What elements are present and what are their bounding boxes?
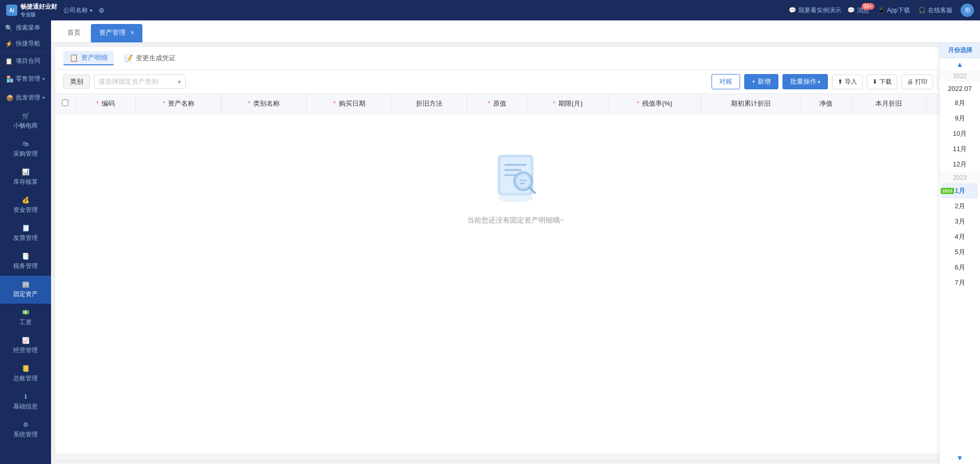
month-item-12[interactable]: 12月 <box>940 157 980 172</box>
sidebar-item-salary[interactable]: 💵 工资 <box>0 304 51 332</box>
col-net-value: 净值 <box>801 94 851 114</box>
col-depreciation-method: 折旧方法 <box>392 94 467 114</box>
svg-rect-3 <box>504 164 527 166</box>
print-button[interactable]: 🖨 打印 <box>901 75 933 89</box>
add-button[interactable]: + 新增 <box>744 74 778 89</box>
col-period-months: * 期限(月) <box>527 94 608 114</box>
sidebar-quick-nav[interactable]: ⚡ 快捷导航 <box>0 35 51 52</box>
tab-home[interactable]: 首页 <box>59 24 89 42</box>
svg-rect-9 <box>520 180 527 181</box>
sidebar-item-system[interactable]: ⚙ 系统管理 <box>0 416 51 444</box>
app-download-button[interactable]: 📱 App下载 <box>877 6 910 15</box>
sidebar-item-inventory[interactable]: 📊 库存核算 <box>0 163 51 191</box>
bottom-scrollbar[interactable] <box>55 454 976 460</box>
sidebar-item-finance[interactable]: 💰 资金管理 <box>0 191 51 219</box>
col-accumulated-depreciation: 期初累计折旧 <box>701 94 801 114</box>
sidebar-item-ecommerce[interactable]: 🛒 小畅电商 <box>0 107 51 135</box>
online-service-button[interactable]: 🎧 在线客服 <box>918 6 952 15</box>
month-item-10[interactable]: 10月 <box>940 126 980 141</box>
month-item-2[interactable]: 2月 <box>940 199 980 214</box>
svg-rect-10 <box>520 183 525 184</box>
sidebar-item-retail[interactable]: 🏪 零售管理 ▾ <box>0 69 51 88</box>
sub-tab-bar: 📋 资产明细 📝 变更生成凭证 <box>55 47 976 70</box>
col-original-value: * 原值 <box>467 94 527 114</box>
year-2022-label: 2022 <box>940 70 980 82</box>
checkbox-header[interactable] <box>55 94 76 114</box>
sidebar-item-basic-info[interactable]: ℹ 基础信息 <box>0 388 51 416</box>
month-item-7-2023[interactable]: 7月 <box>940 275 980 290</box>
month-item-9[interactable]: 9月 <box>940 111 980 126</box>
sidebar-item-purchase[interactable]: 🛍 采购管理 <box>0 135 51 163</box>
current-year-badge: 2023 <box>941 188 954 194</box>
sidebar-item-wholesale[interactable]: 📦 批发管理 ▾ <box>0 88 51 107</box>
top-bar: Ai 畅捷通好业财 专业版 公司名称 ▾ ⚙ 💬 我要看实例演示 💬 消息 99… <box>0 0 980 20</box>
batch-button[interactable]: 批量操作 ▾ <box>782 74 828 89</box>
asset-table: * 编码 * 资产名称 * 类别名称 <box>55 94 976 256</box>
month-item-8[interactable]: 8月 <box>940 95 980 111</box>
sidebar-item-tax[interactable]: 📑 税务管理 <box>0 248 51 276</box>
tab-bar: 首页 资产管理 × <box>51 20 980 43</box>
month-item-2023-1[interactable]: 2023 1月 <box>942 183 978 199</box>
logo-icon: Ai <box>6 5 17 16</box>
chevron-down-icon: ▾ <box>90 8 92 13</box>
toolbar: 类别 请选择固定资产类别 ▾ 对账 + 新增 <box>55 70 976 94</box>
voucher-icon: 📝 <box>124 54 133 62</box>
month-item-11[interactable]: 11月 <box>940 141 980 157</box>
import-button[interactable]: ⬆ 导入 <box>832 75 863 89</box>
month-panel-up-button[interactable]: ▲ <box>940 58 980 70</box>
chevron-icon2: ▾ <box>42 95 45 101</box>
project-icon: 📋 <box>5 58 13 65</box>
col-purchase-date: * 购买日期 <box>307 94 392 114</box>
message-button[interactable]: 💬 消息 99+ <box>847 6 869 15</box>
sidebar-item-fixed-assets[interactable]: 🏢 固定资产 <box>0 276 51 304</box>
month-panel-down-button[interactable]: ▼ <box>940 452 980 464</box>
tax-icon: 📑 <box>22 253 30 260</box>
sub-tab-asset-detail[interactable]: 📋 资产明细 <box>63 51 114 65</box>
inventory-icon: 📊 <box>22 168 30 176</box>
search-icon: 🔍 <box>5 25 13 32</box>
month-item-6[interactable]: 6月 <box>940 260 980 275</box>
month-item-2022-07[interactable]: 2022.07 <box>940 82 980 95</box>
month-panel-header: 月份选择 <box>940 43 980 58</box>
month-item-5[interactable]: 5月 <box>940 245 980 260</box>
tab-asset-management[interactable]: 资产管理 × <box>91 24 142 42</box>
select-all-checkbox[interactable] <box>62 100 68 106</box>
empty-state: 当前您还没有固定资产明细哦~ <box>55 114 976 256</box>
tab-close-icon[interactable]: × <box>131 29 134 36</box>
empty-state-cell: 当前您还没有固定资产明细哦~ <box>55 114 976 256</box>
settings-icon[interactable]: ⚙ <box>99 7 105 14</box>
sidebar-item-management[interactable]: 📈 经营管理 <box>0 332 51 360</box>
table-header-row: * 编码 * 资产名称 * 类别名称 <box>55 94 976 114</box>
col-code: * 编码 <box>76 94 136 114</box>
sub-tab-generate-voucher[interactable]: 📝 变更生成凭证 <box>118 52 182 65</box>
month-panel: 月份选择 ▲ 2022 2022.07 8月 9月 10月 11月 12月 20… <box>939 43 980 464</box>
empty-illustration <box>485 144 546 206</box>
app-edition: 专业版 <box>20 11 57 18</box>
col-category: * 类别名称 <box>221 94 306 114</box>
sidebar-item-ledger[interactable]: 📒 总账管理 <box>0 360 51 388</box>
sidebar-item-invoice[interactable]: 🧾 发票管理 <box>0 219 51 248</box>
wholesale-icon: 📦 <box>6 94 14 102</box>
table-container: * 编码 * 资产名称 * 类别名称 <box>55 94 976 454</box>
sidebar-search[interactable]: 🔍 搜索菜单 <box>0 20 51 35</box>
import-icon: ⬆ <box>838 78 843 85</box>
batch-arrow-icon: ▾ <box>818 79 820 85</box>
select-arrow-icon: ▾ <box>178 78 181 86</box>
month-item-4[interactable]: 4月 <box>940 229 980 245</box>
col-monthly-depreciation: 本月折旧 <box>851 94 926 114</box>
year-2023-label: 2023 <box>940 172 980 183</box>
company-selector[interactable]: 公司名称 ▾ <box>63 6 92 15</box>
category-label: 类别 <box>63 75 90 89</box>
reconcile-button[interactable]: 对账 <box>712 74 740 89</box>
top-bar-actions: 💬 消息 99+ 📱 App下载 🎧 在线客服 用 <box>847 4 974 17</box>
col-residual-rate: * 残值率(%) <box>608 94 701 114</box>
company-name: 公司名称 <box>63 6 88 15</box>
svg-rect-4 <box>504 169 522 171</box>
month-item-3[interactable]: 3月 <box>940 214 980 229</box>
sidebar-item-project[interactable]: 📋 项目合同 <box>0 52 51 69</box>
download-button[interactable]: ⬇ 下载 <box>867 75 897 89</box>
management-icon: 📈 <box>22 337 30 344</box>
category-select[interactable]: 请选择固定资产类别 ▾ <box>94 75 186 89</box>
demo-link[interactable]: 💬 我要看实例演示 <box>789 6 841 15</box>
avatar[interactable]: 用 <box>961 4 974 17</box>
